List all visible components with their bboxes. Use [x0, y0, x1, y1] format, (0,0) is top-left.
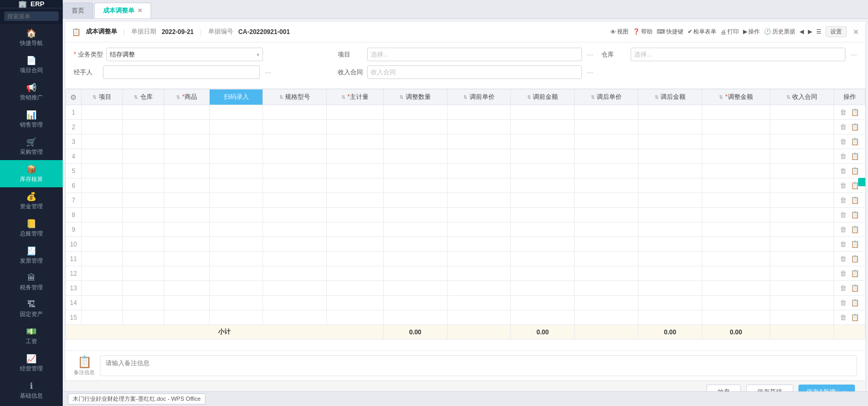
cell-spec-type-2[interactable]	[263, 120, 327, 134]
cell-before-price-1[interactable]	[447, 105, 511, 120]
sidebar-item-sales-mgmt[interactable]: 📊销售管理	[0, 106, 63, 133]
cell-before-price-5[interactable]	[447, 164, 511, 178]
cell-spec-type-5[interactable]	[263, 164, 327, 178]
delete-row-btn[interactable]: 🗑	[840, 255, 847, 263]
cell-warehouse-3[interactable]	[123, 134, 164, 149]
cell-after-amount-1[interactable]	[638, 105, 702, 120]
cell-adj-qty-7[interactable]	[383, 193, 447, 208]
cell-product-5[interactable]	[164, 164, 210, 178]
cell-scan-input-4[interactable]	[210, 149, 263, 164]
cell-warehouse-10[interactable]	[123, 237, 164, 252]
cell-before-amount-2[interactable]	[511, 120, 575, 134]
history-btn[interactable]: 🕐 历史票据	[764, 28, 795, 36]
cell-after-price-8[interactable]	[575, 208, 638, 222]
delete-row-btn[interactable]: 🗑	[840, 240, 847, 248]
cell-income-contract-13[interactable]	[770, 281, 834, 296]
cell-before-amount-15[interactable]	[511, 310, 575, 325]
tab-cost-adjust[interactable]: 成本调整单 ✕	[94, 3, 151, 18]
sidebar-item-sales-promotion[interactable]: 📢营销推广	[0, 78, 63, 106]
cell-project-1[interactable]	[82, 105, 123, 120]
sidebar-item-purchase-mgmt[interactable]: 🛒采购管理	[0, 133, 63, 160]
cell-before-amount-11[interactable]	[511, 252, 575, 266]
shortcut-btn[interactable]: ⌨ 快捷键	[657, 28, 683, 36]
right-edge-indicator[interactable]	[858, 178, 865, 186]
cell-after-amount-12[interactable]	[638, 266, 702, 281]
cell-adj-qty-2[interactable]	[383, 120, 447, 134]
handler-select[interactable]	[103, 65, 260, 79]
cell-after-amount-15[interactable]	[638, 310, 702, 325]
cell-after-amount-11[interactable]	[638, 252, 702, 266]
cell-spec-type-7[interactable]	[263, 193, 327, 208]
cell-product-9[interactable]	[164, 222, 210, 237]
cell-before-price-4[interactable]	[447, 149, 511, 164]
cell-after-price-6[interactable]	[575, 178, 638, 193]
delete-row-btn[interactable]: 🗑	[840, 138, 847, 145]
copy-row-btn[interactable]: 📋	[851, 269, 859, 277]
cell-product-15[interactable]	[164, 310, 210, 325]
cell-main-qty-15[interactable]	[326, 310, 383, 325]
search-input[interactable]	[4, 12, 59, 21]
print-btn[interactable]: 🖨 打印	[721, 28, 739, 36]
cell-product-7[interactable]	[164, 193, 210, 208]
cell-income-contract-4[interactable]	[770, 149, 834, 164]
cell-income-contract-7[interactable]	[770, 193, 834, 208]
cell-warehouse-5[interactable]	[123, 164, 164, 178]
cell-before-amount-9[interactable]	[511, 222, 575, 237]
cell-income-contract-12[interactable]	[770, 266, 834, 281]
cell-adj-qty-13[interactable]	[383, 281, 447, 296]
cell-adj-amount-14[interactable]	[702, 296, 770, 310]
cell-adj-amount-10[interactable]	[702, 237, 770, 252]
cell-scan-input-5[interactable]	[210, 164, 263, 178]
cell-warehouse-14[interactable]	[123, 296, 164, 310]
copy-row-btn[interactable]: 📋	[851, 196, 859, 204]
cell-warehouse-8[interactable]	[123, 208, 164, 222]
cell-warehouse-12[interactable]	[123, 266, 164, 281]
cell-spec-type-1[interactable]	[263, 105, 327, 120]
cell-income-contract-3[interactable]	[770, 134, 834, 149]
cell-product-11[interactable]	[164, 252, 210, 266]
cell-after-price-2[interactable]	[575, 120, 638, 134]
cell-scan-input-3[interactable]	[210, 134, 263, 149]
cell-adj-amount-11[interactable]	[702, 252, 770, 266]
cell-spec-type-3[interactable]	[263, 134, 327, 149]
cell-adj-amount-1[interactable]	[702, 105, 770, 120]
cell-spec-type-9[interactable]	[263, 222, 327, 237]
cell-spec-type-4[interactable]	[263, 149, 327, 164]
sidebar-item-payroll[interactable]: 💵工资	[0, 322, 63, 349]
cell-product-2[interactable]	[164, 120, 210, 134]
cell-income-contract-2[interactable]	[770, 120, 834, 134]
cell-scan-input-10[interactable]	[210, 237, 263, 252]
cell-after-price-10[interactable]	[575, 237, 638, 252]
cell-before-price-3[interactable]	[447, 134, 511, 149]
cell-income-contract-11[interactable]	[770, 252, 834, 266]
copy-row-btn[interactable]: 📋	[851, 138, 859, 145]
cell-warehouse-6[interactable]	[123, 178, 164, 193]
cell-product-4[interactable]	[164, 149, 210, 164]
delete-row-btn[interactable]: 🗑	[840, 269, 847, 277]
cell-scan-input-14[interactable]	[210, 296, 263, 310]
cell-adj-amount-15[interactable]	[702, 310, 770, 325]
cell-after-amount-7[interactable]	[638, 193, 702, 208]
cell-after-price-5[interactable]	[575, 164, 638, 178]
cell-main-qty-4[interactable]	[326, 149, 383, 164]
cell-before-price-13[interactable]	[447, 281, 511, 296]
delete-row-btn[interactable]: 🗑	[840, 182, 847, 189]
cell-adj-qty-6[interactable]	[383, 178, 447, 193]
cell-before-price-9[interactable]	[447, 222, 511, 237]
cell-main-qty-8[interactable]	[326, 208, 383, 222]
cell-product-8[interactable]	[164, 208, 210, 222]
cell-before-amount-10[interactable]	[511, 237, 575, 252]
help-btn[interactable]: ❓ 帮助	[633, 28, 653, 36]
cell-scan-input-11[interactable]	[210, 252, 263, 266]
list-view-btn[interactable]: ☰	[816, 28, 821, 35]
cell-before-amount-3[interactable]	[511, 134, 575, 149]
cell-adj-amount-2[interactable]	[702, 120, 770, 134]
cell-project-2[interactable]	[82, 120, 123, 134]
sidebar-item-fixed-assets[interactable]: 🏗固定资产	[0, 296, 63, 322]
nav-right-btn[interactable]: ▶	[808, 28, 812, 35]
warehouse-dots-btn[interactable]: ···	[851, 50, 857, 59]
copy-row-btn[interactable]: 📋	[851, 123, 859, 131]
delete-row-btn[interactable]: 🗑	[840, 123, 847, 131]
cell-scan-input-7[interactable]	[210, 193, 263, 208]
copy-row-btn[interactable]: 📋	[851, 284, 859, 292]
